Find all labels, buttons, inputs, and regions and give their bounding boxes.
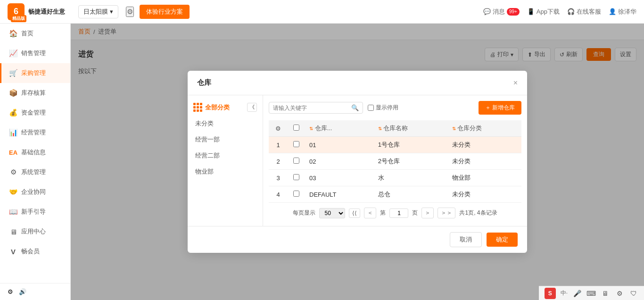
sidebar-item-guide[interactable]: 📖 新手引导: [0, 202, 70, 222]
collapse-button[interactable]: 《: [247, 103, 257, 112]
table-row[interactable]: 2 02 2号仓库 未分类: [269, 153, 521, 170]
user-item[interactable]: 👤 徐泽华: [609, 8, 636, 16]
sidebar-item-sales[interactable]: 📈 销售管理: [0, 43, 70, 63]
operation-icon: 📊: [9, 128, 17, 137]
settings-button[interactable]: ⚙: [126, 7, 134, 17]
row-checkbox-2[interactable]: [293, 158, 299, 164]
sidebar-label-member: 畅会员: [21, 247, 40, 256]
show-disabled-label[interactable]: 显示停用: [368, 104, 398, 112]
sort-icon-name: ⇅: [378, 126, 382, 131]
apps-icon: 🖥: [9, 227, 17, 236]
col-category[interactable]: ⇅ 仓库分类: [447, 120, 521, 137]
row-code-3: 03: [305, 170, 373, 186]
grid-icon: [193, 103, 202, 112]
table-row[interactable]: 4 DEFAULT 总仓 未分类: [269, 186, 521, 203]
basic-info-icon: EA: [9, 148, 17, 157]
sidebar-item-cooperation[interactable]: 🤝 企业协同: [0, 182, 70, 202]
category-panel: 全部分类 《 未分类 经营一部 经营二部 物业部: [188, 95, 263, 226]
industry-btn[interactable]: 体验行业方案: [140, 5, 190, 19]
row-name-4: 总仓: [373, 186, 447, 203]
sidebar-item-system[interactable]: ⚙ 系统管理: [0, 162, 70, 182]
sidebar-item-purchase[interactable]: 🛒 采购管理: [0, 63, 70, 83]
warehouse-modal: 仓库 × 全部分类 《 未分类: [188, 71, 527, 253]
prev-page-button[interactable]: ＜: [364, 208, 376, 218]
user-avatar: 👤: [609, 8, 616, 15]
table-scroll: ⚙ ⇅ 仓库... ⇅ 仓库名称: [269, 120, 521, 203]
sidebar-item-inventory[interactable]: 📦 库存核算: [0, 83, 70, 103]
add-warehouse-button[interactable]: ＋ 新增仓库: [479, 101, 521, 115]
category-header: 全部分类 《: [188, 99, 263, 116]
per-page-select[interactable]: 50 100 200: [319, 208, 345, 218]
select-all-checkbox[interactable]: [293, 125, 299, 131]
settings-icon[interactable]: ⚙: [615, 289, 624, 298]
modal-close-button[interactable]: ×: [513, 79, 518, 87]
search-box[interactable]: 🔍: [269, 102, 363, 114]
logo-badge: 精品版: [11, 15, 26, 22]
confirm-button[interactable]: 确定: [487, 233, 518, 247]
search-icon: 🔍: [351, 104, 359, 111]
row-checkbox-3[interactable]: [293, 174, 299, 180]
sidebar-item-apps[interactable]: 🖥 应用中心: [0, 222, 70, 242]
row-index-1: 1: [269, 137, 288, 153]
settings-bottom-icon[interactable]: ⚙: [8, 288, 13, 295]
modal-footer: 取消 确定: [188, 226, 527, 253]
row-checkbox-1[interactable]: [293, 141, 299, 147]
messages-item[interactable]: 💬 消息 99+: [483, 8, 520, 16]
sidebar-label-finance: 资金管理: [21, 108, 46, 117]
sidebar-item-finance[interactable]: 💰 资金管理: [0, 103, 70, 123]
sidebar-item-home[interactable]: 🏠 首页: [0, 24, 70, 43]
category-item-2[interactable]: 经营二部: [188, 148, 263, 164]
volume-icon[interactable]: 🔊: [19, 288, 26, 295]
mic-icon[interactable]: 🎤: [572, 289, 582, 298]
category-item-3[interactable]: 物业部: [188, 164, 263, 180]
col-name[interactable]: ⇅ 仓库名称: [373, 120, 447, 137]
s-logo: S: [545, 288, 556, 299]
user-name: 徐泽华: [618, 8, 636, 16]
pagination: 每页显示 50 100 200 ⟨⟨ ＜ 第 页 ＞ ＞＞ 共1页, 4条记录: [269, 203, 521, 220]
row-index-2: 2: [269, 153, 288, 170]
cooperation-icon: 🤝: [9, 188, 17, 196]
sort-icon-cat: ⇅: [452, 126, 456, 131]
page-number-input[interactable]: [389, 208, 408, 218]
keyboard-icon[interactable]: ⌨: [586, 289, 596, 298]
row-cat-2: 未分类: [447, 153, 521, 170]
row-name-2: 2号仓库: [373, 153, 447, 170]
row-index-3: 3: [269, 170, 288, 186]
home-icon: 🏠: [9, 29, 17, 38]
row-index-4: 4: [269, 186, 288, 203]
next-page-button[interactable]: ＞: [421, 208, 434, 218]
modal-backdrop: 仓库 × 全部分类 《 未分类: [71, 24, 644, 300]
security-icon: 🛡: [629, 289, 638, 298]
cancel-button[interactable]: 取消: [450, 232, 482, 247]
header-right: 💬 消息 99+ 📱 App下载 🎧 在线客服 👤 徐泽华: [483, 8, 636, 16]
last-page-button[interactable]: ＞＞: [438, 208, 455, 218]
sidebar-item-basic-info[interactable]: EA 基础信息: [0, 142, 70, 162]
monitor-icon[interactable]: 🖥: [601, 289, 610, 298]
company-selector[interactable]: 日太阳膜 ▾: [78, 5, 118, 18]
show-disabled-checkbox[interactable]: [368, 105, 374, 111]
sort-icon-code: ⇅: [309, 126, 313, 131]
sidebar-item-member[interactable]: V 畅会员: [0, 242, 70, 261]
row-cat-3: 物业部: [447, 170, 521, 186]
sidebar-item-operation[interactable]: 📊 经营管理: [0, 123, 70, 142]
first-page-button[interactable]: ⟨⟨: [349, 208, 360, 218]
top-header: 6 精品版 畅捷通好生意 日太阳膜 ▾ ⚙ 体验行业方案 💬 消息 99+ 📱 …: [0, 0, 644, 24]
sidebar-label-purchase: 采购管理: [21, 69, 46, 77]
table-row[interactable]: 1 01 1号仓库 未分类: [269, 137, 521, 153]
category-item-0[interactable]: 未分类: [188, 116, 263, 132]
sidebar-label-home: 首页: [21, 29, 33, 38]
row-checkbox-4[interactable]: [293, 191, 299, 197]
category-item-1[interactable]: 经营一部: [188, 132, 263, 148]
app-download-item[interactable]: 📱 App下载: [527, 8, 560, 16]
service-item[interactable]: 🎧 在线客服: [567, 8, 601, 16]
col-settings[interactable]: ⚙: [269, 120, 288, 137]
table-row[interactable]: 3 03 水 物业部: [269, 170, 521, 186]
sidebar-label-inventory: 库存核算: [21, 89, 46, 97]
per-page-label: 每页显示: [293, 209, 315, 217]
search-input[interactable]: [273, 105, 351, 111]
col-code[interactable]: ⇅ 仓库...: [305, 120, 373, 137]
modal-header: 仓库 ×: [188, 71, 527, 95]
logo-text: 畅捷通好生意: [28, 8, 65, 16]
logo-icon: 6 精品版: [8, 3, 25, 20]
system-icon: ⚙: [9, 168, 17, 176]
